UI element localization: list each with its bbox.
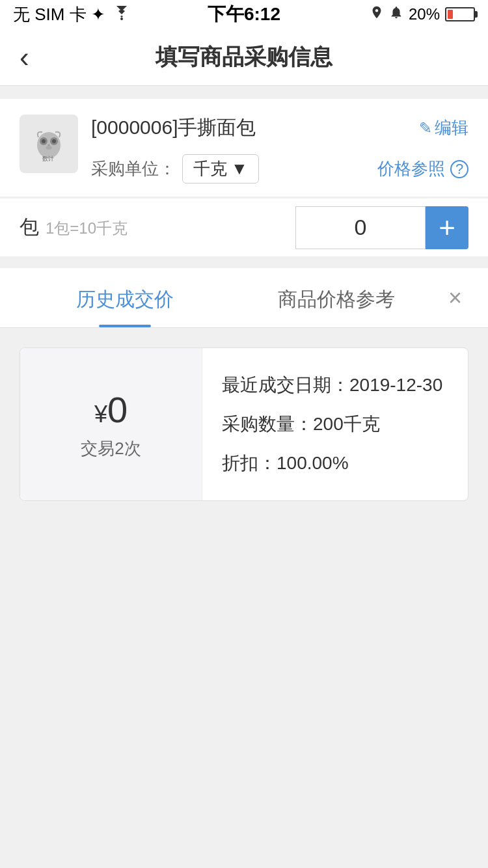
svg-text:数计: 数计 xyxy=(42,156,54,162)
edit-icon: ✎ xyxy=(419,119,432,137)
battery-icon xyxy=(445,7,475,21)
history-section: ¥0 交易2次 最近成交日期：2019-12-30 采购数量：200千克 折扣：… xyxy=(0,328,488,718)
history-qty-row: 采购数量：200千克 xyxy=(222,411,448,438)
svg-point-5 xyxy=(52,139,56,143)
status-time: 下午6:12 xyxy=(208,2,280,27)
back-button[interactable]: ‹ xyxy=(20,43,29,72)
yen-symbol: ¥ xyxy=(94,401,107,427)
qty-plus-button[interactable]: + xyxy=(426,206,468,249)
no-sim-text: 无 SIM 卡 ✦ xyxy=(13,3,105,26)
quantity-section: 包 1包=10千克 0 + xyxy=(0,198,488,256)
svg-point-6 xyxy=(46,146,52,150)
product-header: 数计 [0000006]手撕面包 ✎ 编辑 采购单位： 千克 ▼ xyxy=(20,115,468,183)
qty-unit: 包 xyxy=(20,214,39,241)
quantity-label: 包 1包=10千克 xyxy=(20,214,295,241)
discount-value: 100.00% xyxy=(277,453,349,473)
price-ref-label: 价格参照 xyxy=(377,157,445,180)
unit-select[interactable]: 千克 ▼ xyxy=(182,154,259,183)
tab-close-button[interactable]: × xyxy=(442,271,468,325)
tab-price-reference[interactable]: 商品价格参考 xyxy=(230,268,441,327)
dropdown-icon: ▼ xyxy=(231,159,248,179)
discount-label: 折扣： xyxy=(222,453,277,473)
date-label: 最近成交日期： xyxy=(222,375,349,395)
history-card: ¥0 交易2次 最近成交日期：2019-12-30 采购数量：200千克 折扣：… xyxy=(20,347,468,501)
qty-input[interactable]: 0 xyxy=(295,206,426,249)
product-thumbnail: 数计 xyxy=(20,115,78,173)
alarm-icon xyxy=(389,5,403,23)
product-info: [0000006]手撕面包 ✎ 编辑 采购单位： 千克 ▼ 价格参照 ? xyxy=(91,115,468,183)
status-right: 20% xyxy=(370,5,475,23)
qty-value: 200千克 xyxy=(313,414,380,434)
status-left: 无 SIM 卡 ✦ xyxy=(13,3,131,26)
history-discount-row: 折扣：100.00% xyxy=(222,450,448,477)
nav-bar: ‹ 填写商品采购信息 xyxy=(0,29,488,86)
status-bar: 无 SIM 卡 ✦ 下午6:12 20% xyxy=(0,0,488,29)
tab-history-price[interactable]: 历史成交价 xyxy=(20,268,230,327)
edit-label: 编辑 xyxy=(435,116,468,139)
price-ref-button[interactable]: 价格参照 ? xyxy=(377,157,468,180)
unit-label-text: 采购单位： xyxy=(91,157,176,180)
unit-row: 采购单位： 千克 ▼ 价格参照 ? xyxy=(91,154,468,183)
product-name: [0000006]手撕面包 xyxy=(91,115,256,141)
svg-point-4 xyxy=(42,139,46,143)
tabs-container: 历史成交价 商品价格参考 × xyxy=(0,268,488,328)
location-icon xyxy=(370,5,384,23)
help-icon: ? xyxy=(450,160,468,178)
price-value: 0 xyxy=(107,389,128,430)
history-left: ¥0 交易2次 xyxy=(20,348,202,500)
qty-hint: 1包=10千克 xyxy=(46,218,128,239)
history-price: ¥0 xyxy=(94,388,128,431)
svg-point-0 xyxy=(120,18,123,20)
qty-controls: 0 + xyxy=(295,206,468,249)
product-name-row: [0000006]手撕面包 ✎ 编辑 xyxy=(91,115,468,141)
edit-button[interactable]: ✎ 编辑 xyxy=(419,116,468,139)
date-value: 2019-12-30 xyxy=(349,375,442,395)
qty-label: 采购数量： xyxy=(222,414,313,434)
history-trades: 交易2次 xyxy=(81,437,141,460)
product-card: 数计 [0000006]手撕面包 ✎ 编辑 采购单位： 千克 ▼ xyxy=(0,99,488,197)
history-right: 最近成交日期：2019-12-30 采购数量：200千克 折扣：100.00% xyxy=(202,348,468,500)
unit-label: 采购单位： 千克 ▼ xyxy=(91,154,259,183)
unit-value: 千克 xyxy=(193,157,227,180)
wifi-icon xyxy=(112,5,131,25)
page-title: 填写商品采购信息 xyxy=(156,42,332,72)
battery-percent: 20% xyxy=(409,5,440,23)
history-date-row: 最近成交日期：2019-12-30 xyxy=(222,372,448,399)
